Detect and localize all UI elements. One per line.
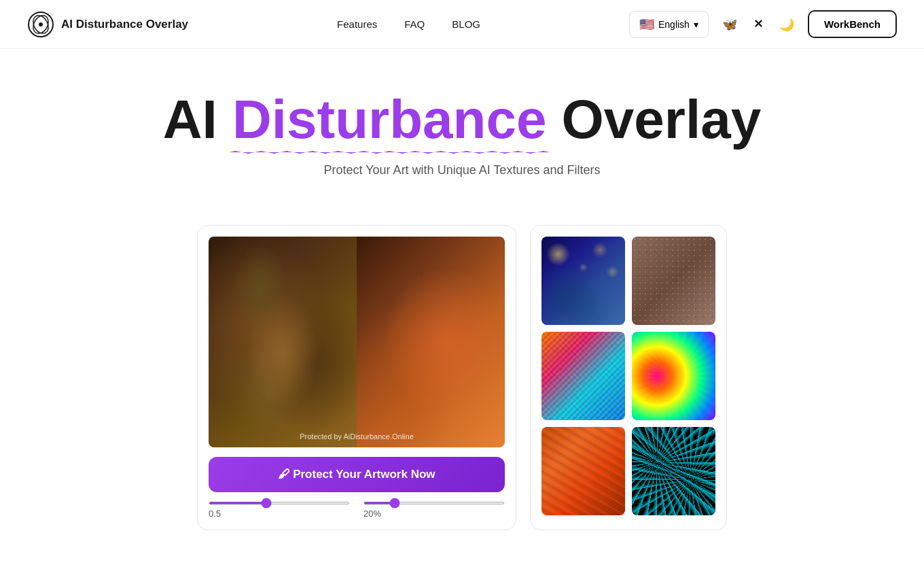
artwork-panel: Protected by AiDisturbance.Online 🖌 Prot… xyxy=(197,225,516,530)
nav-link-features[interactable]: Features xyxy=(337,18,377,30)
hero-title-ai: AI xyxy=(163,89,232,150)
nav-link-blog[interactable]: BLOG xyxy=(452,18,480,30)
chevron-down-icon: ▾ xyxy=(694,19,698,30)
texture-orange-abstract[interactable] xyxy=(541,427,625,515)
texture-rainbow-swirl[interactable] xyxy=(632,332,715,420)
protect-btn-label: 🖌 Protect Your Artwork Now xyxy=(278,468,435,481)
navbar-links: Features FAQ BLOG xyxy=(337,18,480,30)
slider-2-value: 20% xyxy=(363,509,505,519)
texture-starry-night[interactable] xyxy=(541,237,625,325)
artwork-original xyxy=(209,237,357,447)
logo-icon xyxy=(27,11,54,38)
artwork-protected xyxy=(357,237,505,447)
dark-mode-toggle[interactable]: 🌙 xyxy=(777,14,797,35)
svg-point-3 xyxy=(39,22,43,27)
watermark-text: Protected by AiDisturbance.Online xyxy=(300,432,414,441)
sliders-container: 0.5 20% xyxy=(209,502,505,519)
twitter-x-icon-button[interactable]: ✕ xyxy=(751,14,766,34)
hero-subtitle: Protect Your Art with Unique AI Textures… xyxy=(14,163,910,177)
texture-pointillist[interactable] xyxy=(632,237,715,325)
language-label: English xyxy=(658,19,690,30)
texture-panel xyxy=(530,225,727,530)
texture-colorful-noise[interactable] xyxy=(541,332,625,420)
hero-section: AI Disturbance Overlay Protect Your Art … xyxy=(0,49,924,225)
opacity-slider[interactable] xyxy=(363,502,505,504)
main-content: Protected by AiDisturbance.Online 🖌 Prot… xyxy=(183,225,741,530)
texture-grid xyxy=(541,237,715,515)
hero-title-overlay: Overlay xyxy=(546,89,761,150)
slider-1-value: 0.5 xyxy=(209,509,350,519)
navbar-brand-section: AI Disturbance Overlay xyxy=(27,11,188,38)
language-selector[interactable]: 🇺🇸 English ▾ xyxy=(629,11,709,38)
navbar: AI Disturbance Overlay Features FAQ BLOG… xyxy=(0,0,924,49)
brand-name: AI Disturbance Overlay xyxy=(61,18,188,31)
artwork-comparison: Protected by AiDisturbance.Online xyxy=(209,237,505,447)
workbench-button[interactable]: WorkBench xyxy=(808,10,897,38)
slider-group-2: 20% xyxy=(363,502,505,519)
texture-black-swirl[interactable] xyxy=(632,427,715,515)
navbar-actions: 🇺🇸 English ▾ 🦋 ✕ 🌙 WorkBench xyxy=(629,10,897,38)
butterfly-icon-button[interactable]: 🦋 xyxy=(719,14,740,35)
artwork-figure-original xyxy=(209,237,357,447)
hero-title-disturbance: Disturbance xyxy=(232,90,546,150)
nav-link-faq[interactable]: FAQ xyxy=(404,18,425,30)
hero-title: AI Disturbance Overlay xyxy=(14,90,910,150)
intensity-slider[interactable] xyxy=(209,502,350,504)
protect-artwork-button[interactable]: 🖌 Protect Your Artwork Now xyxy=(209,457,505,492)
slider-group-1: 0.5 xyxy=(209,502,350,519)
flag-icon: 🇺🇸 xyxy=(639,17,654,32)
